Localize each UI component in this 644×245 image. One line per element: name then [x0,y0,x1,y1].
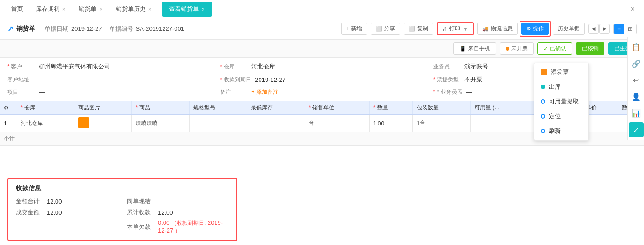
operations-button[interactable]: ⚙ 操作 [521,23,549,35]
tab-view-sales-label: 查看销货单 [169,5,199,13]
row-pack-qty: 1台 [413,115,470,132]
col-pack-qty: 包装数量 [413,101,470,115]
row-index: 1 [0,115,17,132]
col-spec: 规格型号 [189,101,247,115]
nav-arrows: ◀ ▶ [588,24,610,34]
row-min-stock [247,115,305,132]
address-field: 客户地址 — [7,75,211,84]
payment-total-label: 金额合计 [16,197,43,205]
check-icon: ✓ [543,46,548,52]
sidebar-expand-icon[interactable]: ⤢ [629,122,644,137]
window-close-button[interactable]: × [626,5,639,13]
tab-sales-history-close[interactable]: × [148,6,151,12]
tab-inventory-init-label: 库存期初 [36,5,60,13]
sidebar-user-icon[interactable]: 👤 [629,89,644,104]
dropdown-available-extract-label: 可用量提取 [549,97,579,106]
logistics-icon: 🚚 [482,26,489,32]
outbound-icon [541,85,545,89]
ticket-type-label: 票据类型 [433,76,461,84]
next-record-button[interactable]: ▶ [599,24,610,34]
sidebar-return-icon[interactable]: ↩ [629,73,644,87]
col-min-stock: 最低库存 [247,101,305,115]
payment-total-row: 金额合计 12.00 [16,197,118,205]
payment-section: 收款信息 金额合计 12.00 同单现结 — 成交金额 12.00 累计收款 1… [7,178,237,241]
note-label: 备注 [220,88,248,96]
print-button[interactable]: 🖨 打印 ▼ [437,22,474,35]
tab-home[interactable]: 首页 [5,5,29,13]
payment-owe-label: 本单欠款 [127,223,154,231]
doc-date-label: 单据日期 [45,25,68,33]
payment-cumulative-row: 累计收款 12.00 [127,208,229,217]
col-warehouse: 仓库 [17,101,74,115]
sales-agent-value: — [466,89,472,96]
note-field: 备注 + 添加备注 [220,88,424,96]
tab-sales-order[interactable]: 销货单 × [72,0,109,18]
row-quantity: 1.00 [369,115,413,132]
project-value: — [39,89,45,96]
doc-title-text: 销货单 [16,25,35,33]
dot-orange-icon [506,47,509,51]
payment-deal-row: 成交金额 12.00 [16,208,118,217]
share-button[interactable]: ⬜ 分享 [371,23,400,35]
payment-cumulative-label: 累计收款 [127,208,154,217]
row-product-image [74,115,131,132]
add-invoice-icon [541,69,547,75]
payment-date-field: 收款到期日 2019-12-27 [220,75,424,84]
col-available: 可用量 (… [470,101,535,115]
dropdown-outbound[interactable]: 出库 [534,80,588,94]
sidebar-notes-icon[interactable]: 📋 [629,40,644,54]
copy-button[interactable]: ⬜ 复制 [404,23,433,35]
col-settings[interactable]: ⚙ [0,101,17,115]
dropdown-refresh[interactable]: 刷新 [534,124,588,138]
tab-inventory-init[interactable]: 库存期初 × [29,0,72,18]
sidebar-link-icon[interactable]: 🔗 [629,56,644,71]
from-phone-button[interactable]: 📱 来自手机 [453,42,496,55]
not-open-ticket-button[interactable]: 未开票 [500,42,534,55]
dropdown-locate-label: 定位 [549,112,561,120]
action-row: 📱 来自手机 未开票 ✓ 已确认 已核销 已生效 [0,40,644,58]
tab-sales-order-close[interactable]: × [99,6,102,12]
project-field: 项目 — [7,88,211,96]
add-note-button[interactable]: + 添加备注 [251,88,278,96]
tab-view-sales-close[interactable]: × [202,6,204,12]
sold-button[interactable]: 已核销 [576,42,604,55]
grid-view-button[interactable]: ⊞ [624,24,636,34]
tab-sales-order-label: 销货单 [79,5,96,13]
payment-total-value: 12.00 [47,198,62,205]
tab-inventory-init-close[interactable]: × [62,6,65,12]
doc-date-value: 2019-12-27 [71,25,102,32]
row-warehouse: 河北仓库 [17,115,74,132]
sidebar-chart-icon[interactable]: 📊 [629,106,644,120]
address-value: — [39,76,45,83]
col-product-image: 商品图片 [74,101,131,115]
address-label: 客户地址 [7,76,35,84]
dropdown-refresh-label: 刷新 [549,127,561,135]
new-button[interactable]: + 新增 [341,23,367,35]
dropdown-outbound-label: 出库 [549,83,561,91]
main-content: ↗ 销货单 单据日期 2019-12-27 单据编号 SA-20191227-0… [0,18,644,245]
dropdown-available-extract[interactable]: 可用量提取 [534,94,588,109]
logistics-button[interactable]: 🚚 物流信息 [477,23,518,35]
print-dropdown-arrow[interactable]: ▼ [463,26,468,32]
dropdown-locate[interactable]: 定位 [534,109,588,124]
operations-icon: ⚙ [526,26,531,32]
doc-toolbar: + 新增 ⬜ 分享 ⬜ 复制 🖨 打印 ▼ 🚚 物流信息 [341,22,637,35]
refresh-icon [541,129,545,133]
tab-sales-history-label: 销货单历史 [116,5,146,13]
payment-same-order-value: — [158,198,164,205]
warehouse-value: 河北仓库 [251,63,275,71]
history-button[interactable]: 历史单据 [553,23,585,35]
payment-owe-amount: 0.00 [158,219,169,226]
tab-view-sales[interactable]: 查看销货单 × [162,2,212,17]
tab-sales-history[interactable]: 销货单历史 × [109,0,158,18]
dropdown-add-invoice[interactable]: 添发票 [534,65,588,80]
tab-bar: 首页 库存期初 × 销货单 × 销货单历史 × 查看销货单 × × [0,0,644,18]
payment-same-order-label: 同单现结 [127,197,154,205]
payment-due-prefix: （收款到期日: [171,220,206,226]
doc-date-item: 单据日期 2019-12-27 [45,25,102,33]
locate-icon [541,114,545,119]
confirmed-button[interactable]: ✓ 已确认 [537,42,572,55]
list-view-button[interactable]: ≡ [614,24,624,34]
prev-record-button[interactable]: ◀ [588,24,599,34]
payment-deal-value: 12.00 [47,209,62,216]
